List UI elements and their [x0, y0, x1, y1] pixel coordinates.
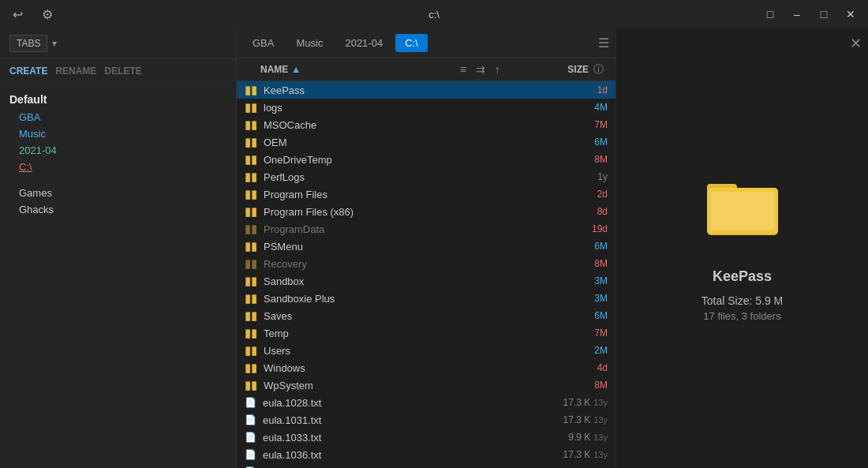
- tab-2021-04[interactable]: 2021-04: [335, 34, 392, 52]
- file-row-program-files-x86[interactable]: ▮▮ Program Files (x86) 8d: [237, 203, 615, 220]
- sidebar-item-ghacks[interactable]: Ghacks: [0, 201, 236, 218]
- file-name-sandbox: Sandbox: [264, 275, 529, 287]
- file-doc-icon: 📄: [245, 449, 256, 460]
- file-size-users: 2M: [529, 345, 608, 356]
- tab-gba[interactable]: GBA: [243, 34, 283, 52]
- header-name[interactable]: NAME ▲: [260, 64, 457, 75]
- sidebar-item-c-drive[interactable]: C:\: [0, 159, 236, 175]
- sidebar-item-2021-04[interactable]: 2021-04: [0, 142, 236, 159]
- file-size-logs: 4M: [529, 102, 608, 113]
- preview-folder-name: KeePass: [713, 268, 772, 285]
- preview-folder-icon: [707, 174, 778, 256]
- file-size-saves: 6M: [529, 310, 608, 321]
- tab-menu-icon[interactable]: ☰: [598, 36, 609, 51]
- file-name-eula-1033: eula.1033.txt: [263, 432, 529, 444]
- file-size-onedrivetemp: 8M: [529, 154, 608, 165]
- file-row-eula-1040[interactable]: 📄 eula.1040.txt 17.3 K 13y: [237, 463, 615, 468]
- file-panel: GBA Music 2021-04 C:\ ☰ ▶ NAME ▲ ≡ ⇉ ↑ S…: [237, 28, 615, 468]
- folder-icon: ▮▮: [245, 152, 257, 167]
- sidebar-item-music[interactable]: Music: [0, 125, 236, 142]
- file-doc-icon: 📄: [245, 432, 256, 443]
- file-name-temp: Temp: [264, 328, 529, 339]
- file-size-temp: 7M: [529, 328, 608, 339]
- file-row-recovery[interactable]: ▮▮ Recovery 8M: [237, 255, 615, 272]
- navigate-right-icon[interactable]: ⇉: [473, 62, 488, 77]
- file-name-recovery: Recovery: [264, 258, 529, 270]
- file-size-program-files-x86: 8d: [529, 206, 608, 217]
- file-size-oem: 6M: [529, 137, 608, 148]
- file-row-programdata[interactable]: ▮▮ ProgramData 19d: [237, 220, 615, 238]
- file-name-wpsystem: WpSystem: [264, 380, 529, 391]
- folder-icon: ▮▮: [245, 118, 257, 132]
- file-row-eula-1028[interactable]: 📄 eula.1028.txt 17.3 K 13y: [237, 394, 615, 411]
- file-name-saves: Saves: [264, 310, 529, 322]
- settings-button[interactable]: ⚙: [36, 3, 58, 25]
- file-size-eula-1028: 17.3 K 13y: [529, 397, 608, 408]
- file-name-logs: logs: [264, 102, 529, 114]
- header-info-icon[interactable]: ⓘ: [589, 62, 608, 77]
- titlebar-controls: □ – □ ✕: [759, 6, 862, 23]
- tab-c-drive[interactable]: C:\: [395, 34, 428, 52]
- delete-button[interactable]: DELETE: [104, 64, 141, 78]
- file-name-users: Users: [264, 345, 529, 357]
- file-row-logs[interactable]: ▮▮ logs 4M: [237, 99, 615, 116]
- file-size-eula-1036: 17.3 K 13y: [529, 449, 608, 460]
- tab-music[interactable]: Music: [286, 34, 332, 52]
- preview-total-size: Total Size: 5.9 M: [702, 294, 784, 307]
- file-name-windows: Windows: [264, 362, 529, 374]
- sidebar-item-gba[interactable]: GBA: [0, 109, 236, 125]
- list-view-icon[interactable]: ≡: [457, 62, 470, 77]
- header-size[interactable]: SIZE: [510, 64, 589, 75]
- file-name-oem: OEM: [264, 137, 529, 148]
- folder-icon: ▮▮: [245, 256, 257, 271]
- restore-button[interactable]: □: [759, 6, 781, 23]
- file-row-onedrivetemp[interactable]: ▮▮ OneDriveTemp 8M: [237, 151, 615, 168]
- close-button[interactable]: ✕: [840, 6, 862, 23]
- main-layout: TABS ▾ CREATE RENAME DELETE Default GBA …: [0, 28, 868, 468]
- file-row-saves[interactable]: ▮▮ Saves 6M: [237, 307, 615, 324]
- rename-button[interactable]: RENAME: [55, 64, 96, 78]
- file-row-sandbox[interactable]: ▮▮ Sandbox 3M: [237, 272, 615, 290]
- svg-rect-3: [711, 192, 774, 230]
- file-row-temp[interactable]: ▮▮ Temp 7M: [237, 324, 615, 342]
- file-size-eula-1031: 17.3 K 13y: [529, 414, 608, 425]
- tabs-dropdown[interactable]: TABS: [9, 35, 47, 52]
- file-row-perflogs[interactable]: ▮▮ PerfLogs 1y: [237, 168, 615, 185]
- file-row-windows[interactable]: ▮▮ Windows 4d: [237, 359, 615, 376]
- file-name-program-files: Program Files: [264, 189, 529, 200]
- file-name-msocache: MSOCache: [264, 119, 529, 131]
- create-button[interactable]: CREATE: [9, 64, 47, 78]
- file-list: ▮▮ KeePass 1d ▮▮ logs 4M ▮▮ MSOCache 7M …: [237, 81, 615, 468]
- file-name-keepass: KeePass: [264, 84, 529, 96]
- folder-icon: ▮▮: [245, 222, 257, 236]
- file-list-header: ▶ NAME ▲ ≡ ⇉ ↑ SIZE ⓘ: [237, 58, 615, 81]
- folder-icon: ▮▮: [245, 187, 257, 201]
- file-row-sandboxie-plus[interactable]: ▮▮ Sandboxie Plus 3M: [237, 290, 615, 307]
- back-button[interactable]: ↩: [6, 3, 28, 25]
- file-row-users[interactable]: ▮▮ Users 2M: [237, 342, 615, 359]
- sidebar-top: TABS ▾: [0, 28, 236, 59]
- file-row-wpsystem[interactable]: ▮▮ WpSystem 8M: [237, 376, 615, 394]
- file-row-keepass[interactable]: ▮▮ KeePass 1d: [237, 81, 615, 99]
- folder-icon: ▮▮: [245, 326, 257, 340]
- file-row-program-files[interactable]: ▮▮ Program Files 2d: [237, 185, 615, 203]
- file-row-oem[interactable]: ▮▮ OEM 6M: [237, 133, 615, 151]
- maximize-button[interactable]: □: [813, 6, 835, 23]
- file-name-psmenu: PSMenu: [264, 241, 529, 253]
- file-size-eula-1033: 9.9 K 13y: [529, 432, 608, 443]
- sidebar-separator: [0, 175, 236, 185]
- file-row-eula-1033[interactable]: 📄 eula.1033.txt 9.9 K 13y: [237, 429, 615, 446]
- file-row-psmenu[interactable]: ▮▮ PSMenu 6M: [237, 238, 615, 255]
- preview-close-button[interactable]: ✕: [850, 35, 862, 52]
- titlebar-title: c:\: [428, 9, 440, 21]
- navigate-up-icon[interactable]: ↑: [492, 62, 503, 77]
- minimize-button[interactable]: –: [786, 6, 808, 23]
- file-row-eula-1031[interactable]: 📄 eula.1031.txt 17.3 K 13y: [237, 411, 615, 429]
- header-spacer: ▶: [245, 62, 254, 77]
- folder-icon: ▮▮: [245, 135, 257, 149]
- folder-icon: ▮▮: [245, 204, 257, 219]
- folder-icon: ▮▮: [245, 309, 257, 323]
- file-row-msocache[interactable]: ▮▮ MSOCache 7M: [237, 116, 615, 133]
- sidebar-item-games[interactable]: Games: [0, 185, 236, 201]
- file-row-eula-1036[interactable]: 📄 eula.1036.txt 17.3 K 13y: [237, 446, 615, 463]
